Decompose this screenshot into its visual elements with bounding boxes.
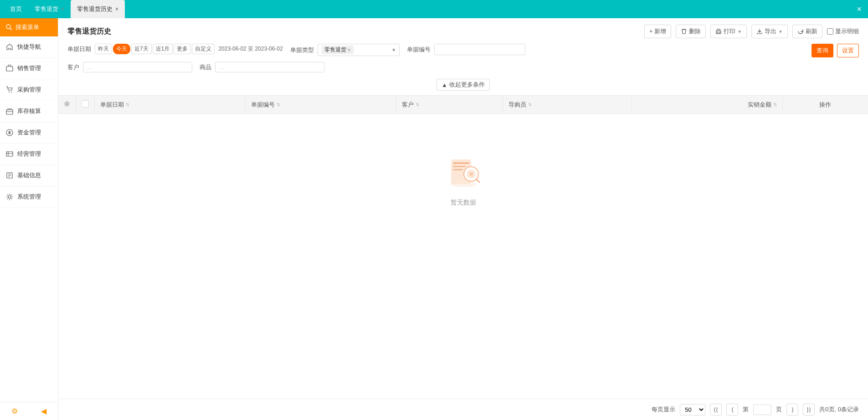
print-button[interactable]: 打印 ▼ [710,25,747,38]
th-actions-label: 操作 [819,101,831,108]
tab-retail-return-close[interactable]: × [61,6,64,12]
print-button-label: 打印 [724,27,735,36]
bill-date-label: 单据日期 [67,45,91,53]
svg-point-0 [6,25,10,29]
date-btn-today[interactable]: 今天 [113,44,130,54]
table-body: 暂无数据 [58,114,868,244]
settings-button[interactable]: 设置 [837,44,859,57]
tab-retail-return-history-close[interactable]: × [115,6,118,12]
th-guide[interactable]: 导购员 ⇅ [503,96,632,114]
empty-illustration [443,150,484,191]
th-checkbox[interactable] [76,96,95,114]
refresh-button-label: 刷新 [806,27,817,36]
collapse-button[interactable]: ▲ 收起更多条件 [437,79,490,91]
sidebar-item-basic-info[interactable]: 基础信息 [0,165,58,186]
sort-icon-amount: ⇅ [773,102,777,107]
date-shortcuts: 昨天 今天 近7天 近1月 更多 自定义 [95,44,215,54]
sidebar-item-sales-mgmt[interactable]: 销售管理 [0,58,58,79]
bill-date-group: 单据日期 昨天 今天 近7天 近1月 更多 自定义 2023-06-02 至 2… [67,44,283,54]
goods-placeholder: ... [219,64,224,71]
svg-point-27 [469,172,473,176]
tab-home-label: 首页 [10,5,22,13]
delete-button-label: 删除 [689,27,701,36]
goods-label: 商品 [200,63,211,72]
export-button[interactable]: 导出 ▼ [751,25,788,38]
customer-select[interactable]: ... [83,62,192,72]
tab-retail-return-label: 零售退货 [35,5,58,13]
sidebar-item-quick-nav-label: 快捷导航 [17,43,41,51]
content-area: 零售退货历史 + 新增 删除 打印 ▼ [58,18,868,420]
date-btn-more[interactable]: 更多 [174,44,191,54]
finance-icon [5,128,14,137]
basic-info-icon [5,171,14,179]
pagination-bar: 每页显示 10 20 50 100 ⟨⟨ ⟨ 第 1 页 ⟩ ⟩⟩ 共0页, 0… [58,399,868,420]
date-btn-custom[interactable]: 自定义 [192,44,215,54]
filter-area: 单据日期 昨天 今天 近7天 近1月 更多 自定义 2023-06-02 至 2… [67,44,859,91]
sidebar-item-finance[interactable]: 资金管理 [0,122,58,143]
sidebar-item-operations-label: 经营管理 [17,150,41,158]
sidebar-collapse-btn[interactable]: ◀ [41,407,46,415]
filter-collapse-row: ▲ 收起更多条件 [67,79,859,91]
svg-rect-5 [6,110,13,114]
first-page-btn[interactable]: ⟨⟨ [710,404,722,415]
svg-rect-8 [6,152,13,156]
bill-type-tag-close[interactable]: × [348,47,351,53]
th-amount[interactable]: 实销金额 ⇅ [632,96,782,114]
sidebar-item-system-mgmt[interactable]: 系统管理 [0,186,58,208]
last-page-btn[interactable]: ⟩⟩ [803,404,815,415]
th-customer[interactable]: 客户 ⇅ [396,96,503,114]
sidebar-search[interactable]: 搜索菜单 [0,18,58,36]
th-settings[interactable] [58,96,76,114]
prev-page-btn[interactable]: ⟨ [726,404,738,415]
table-area: 单据日期 ⇅ 单据编号 ⇅ 客户 [58,96,868,399]
delete-button[interactable]: 删除 [676,25,706,38]
bill-no-input[interactable] [434,44,525,55]
svg-rect-17 [717,32,720,33]
print-dropdown-icon: ▼ [737,29,742,34]
date-btn-yesterday[interactable]: 昨天 [95,44,112,54]
bill-type-tag-label: 零售退货 [324,46,346,54]
sidebar-item-system-label: 系统管理 [17,193,41,201]
sort-icon-bill-no: ⇅ [277,102,280,107]
bill-type-dropdown-icon: ▾ [392,46,395,53]
svg-point-15 [8,195,11,198]
sales-icon [5,64,14,72]
page-title: 零售退货历史 [67,27,111,36]
print-icon [715,28,722,35]
settings-button-label: 设置 [842,46,854,55]
show-detail-label: 显示明细 [835,27,859,36]
sidebar-item-inventory[interactable]: 库存核算 [0,101,58,122]
sidebar-item-purchase-mgmt[interactable]: 采购管理 [0,79,58,101]
page-label: 第 [743,405,749,414]
svg-point-18 [66,103,68,105]
th-bill-no[interactable]: 单据编号 ⇅ [245,96,396,114]
refresh-button[interactable]: 刷新 [792,25,822,38]
sidebar-item-inventory-label: 库存核算 [17,107,41,115]
th-amount-label: 实销金额 [748,101,771,109]
window-close-button[interactable]: × [850,5,868,14]
page-input[interactable]: 1 [753,405,771,415]
date-btn-1month[interactable]: 近1月 [153,44,173,54]
sidebar-settings-btn[interactable]: ⚙ [11,407,18,415]
sort-icon-guide: ⇅ [528,102,532,107]
sidebar-item-operations[interactable]: 经营管理 [0,143,58,165]
date-btn-7days[interactable]: 近7天 [131,44,152,54]
select-all-checkbox[interactable] [82,100,89,108]
export-icon [756,28,763,35]
next-page-btn[interactable]: ⟩ [786,404,798,415]
svg-point-3 [9,92,10,92]
tab-retail-return-history[interactable]: 零售退货历史 × [71,0,125,18]
sort-icon-customer: ⇅ [416,102,419,107]
page-title-row: 零售退货历史 + 新增 删除 打印 ▼ [67,25,859,38]
per-page-select[interactable]: 10 20 50 100 [680,404,705,415]
goods-select[interactable]: ... [215,62,324,72]
query-button[interactable]: 查询 [812,44,833,57]
th-bill-date[interactable]: 单据日期 ⇅ [95,96,246,114]
tab-retail-return[interactable]: 零售退货 × [28,0,71,18]
new-button[interactable]: + 新增 [644,25,671,38]
toolbar: + 新增 删除 打印 ▼ 导出 ▼ [644,25,859,38]
bill-type-select[interactable]: 零售退货 × ▾ [318,44,400,56]
sidebar-item-quick-nav[interactable]: 快捷导航 [0,36,58,58]
show-detail-checkbox[interactable] [827,28,833,35]
tab-home[interactable]: 首页 [4,0,28,18]
